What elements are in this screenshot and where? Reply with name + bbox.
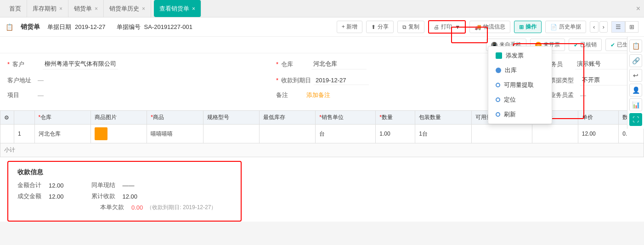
grid-view-button[interactable]: ⊞ bbox=[625, 21, 638, 33]
new-button[interactable]: + 新增 bbox=[337, 21, 362, 33]
sidebar-btn-5[interactable]: 📊 bbox=[629, 98, 642, 111]
add-note-button[interactable]: 添加备注 bbox=[306, 91, 330, 99]
project-field: 项目 — bbox=[7, 91, 276, 99]
customer-field: * 客户 柳州粤港平安气体有限公司 bbox=[7, 59, 276, 69]
tab-history-close[interactable]: × bbox=[142, 6, 145, 12]
copy-button[interactable]: ⧉ 复制 bbox=[397, 21, 424, 33]
sidebar-btn-4[interactable]: 👤 bbox=[629, 84, 642, 97]
owed-group: 本单欠款 0.00 （收款到期日: 2019-12-27） bbox=[100, 203, 216, 211]
due-date-value: 2019-12-27 bbox=[314, 76, 369, 85]
sidebar-btn-2[interactable]: 🔗 bbox=[629, 54, 642, 67]
total-amount-label: 金额合计 bbox=[17, 181, 45, 189]
receipt-title: 收款信息 bbox=[17, 168, 232, 177]
cumulative-label: 累计收款 bbox=[91, 192, 119, 200]
warehouse-value: 河北仓库 bbox=[311, 59, 367, 69]
cumulative-group: 累计收款 12.00 bbox=[91, 192, 138, 200]
tab-sales-history[interactable]: 销货单历史 × bbox=[104, 0, 151, 17]
menu-item-refresh[interactable]: 刷新 bbox=[488, 107, 552, 122]
available-qty-icon bbox=[496, 83, 500, 87]
customer-star: * bbox=[7, 61, 10, 68]
row-unit-price: 12.00 bbox=[578, 125, 619, 143]
effective-icon: ✔ bbox=[610, 42, 615, 48]
history-icon: 📄 bbox=[550, 24, 557, 30]
menu-item-outbound[interactable]: 出库 bbox=[488, 63, 552, 78]
doc-title-area: 📋 销货单 单据日期 2019-12-27 单据编号 SA-20191227-0… bbox=[6, 23, 331, 31]
prev-button[interactable]: ‹ bbox=[590, 21, 598, 33]
print-icon: 🖨 bbox=[434, 24, 439, 30]
col-min-stock: 最低库存 bbox=[259, 111, 315, 125]
row-spec bbox=[203, 125, 259, 143]
no-label: 单据编号 bbox=[117, 23, 141, 31]
sidebar-btn-3[interactable]: ↩ bbox=[629, 69, 642, 82]
receipt-row-3: 本单欠款 0.00 （收款到期日: 2019-12-27） bbox=[17, 203, 232, 211]
doc-meta: 单据日期 2019-12-27 单据编号 SA-20191227-001 bbox=[47, 23, 192, 31]
tab-home[interactable]: 首页 bbox=[4, 0, 27, 17]
sidebar-btn-1[interactable]: 📋 bbox=[629, 40, 642, 52]
project-value: — bbox=[38, 92, 44, 99]
table-row: 1 河北仓库 嘻嘻嘻嘻 台 1.00 1台 12.00 bbox=[0, 125, 644, 143]
print-button[interactable]: 🖨 打印 ▼ bbox=[428, 20, 466, 34]
address-field: 客户地址 — bbox=[7, 76, 276, 85]
operation-dropdown: 添发票 出库 可用量提取 定位 刷新 bbox=[488, 46, 552, 124]
list-view-button[interactable]: ☰ bbox=[611, 21, 625, 33]
due-date-label: 收款到期日 bbox=[281, 76, 311, 85]
col-product: *商品 bbox=[147, 111, 203, 125]
ticket-label: 票据类型 bbox=[550, 76, 577, 85]
doc-toolbar: 📋 销货单 单据日期 2019-12-27 单据编号 SA-20191227-0… bbox=[0, 17, 644, 37]
check-icon: ✔ bbox=[574, 42, 578, 48]
tab-inventory-label: 库存期初 bbox=[33, 5, 56, 13]
logistics-button[interactable]: 🚚 物流信息 bbox=[469, 21, 510, 33]
menu-item-available-qty[interactable]: 可用量提取 bbox=[488, 78, 552, 92]
tab-sales-close[interactable]: × bbox=[95, 6, 98, 12]
row-product-img bbox=[90, 125, 147, 143]
check-btn[interactable]: ✔ 已核销 bbox=[569, 39, 602, 51]
same-order-label: 同单现结 bbox=[91, 181, 119, 189]
total-amount-group: 金额合计 12.00 bbox=[17, 181, 64, 189]
window-close-button[interactable]: × bbox=[636, 5, 640, 13]
outbound-icon bbox=[496, 68, 501, 73]
tab-sales-label: 销货单 bbox=[74, 5, 92, 13]
share-button[interactable]: ⬆ 分享 bbox=[366, 21, 394, 33]
tab-bar: 首页 库存期初 × 销货单 × 销货单历史 × 查看销货单 × × bbox=[0, 0, 644, 17]
sidebar-expand-btn[interactable]: ⛶ bbox=[629, 113, 642, 126]
receipt-row-2: 成交金额 12.00 累计收款 12.00 bbox=[17, 192, 232, 200]
address-value: — bbox=[38, 77, 44, 84]
menu-item-locate[interactable]: 定位 bbox=[488, 92, 552, 107]
date-value: 2019-12-27 bbox=[75, 23, 106, 30]
next-button[interactable]: › bbox=[599, 21, 608, 33]
view-toggle: ☰ ⊞ bbox=[611, 21, 638, 33]
cumulative-value: 12.00 bbox=[123, 193, 138, 200]
tab-view-label: 查看销货单 bbox=[159, 5, 189, 13]
col-unit: *销售单位 bbox=[316, 111, 376, 125]
nav-arrows: ‹ › bbox=[590, 21, 608, 33]
right-sidebar: 📋 🔗 ↩ 👤 📊 ⛶ bbox=[627, 37, 644, 129]
logistics-icon: 🚚 bbox=[475, 24, 481, 30]
row-warehouse: 河北仓库 bbox=[34, 125, 90, 143]
row-no: 1 bbox=[14, 125, 35, 143]
address-label: 客户地址 bbox=[7, 76, 35, 85]
project-label: 项目 bbox=[7, 91, 35, 99]
menu-item-add-invoice[interactable]: 添发票 bbox=[488, 48, 552, 63]
ticket-field: * 票据类型 不开票 bbox=[545, 75, 637, 85]
receipt-info-box: 收款信息 金额合计 12.00 同单现结 —— 成交金额 12.00 累计收款 bbox=[7, 161, 242, 222]
add-invoice-icon bbox=[496, 52, 502, 59]
total-amount-value: 12.00 bbox=[49, 182, 64, 189]
col-settings[interactable]: ⚙ bbox=[0, 111, 14, 125]
transaction-group: 成交金额 12.00 bbox=[17, 192, 64, 200]
history-button[interactable]: 📄 历史单据 bbox=[545, 21, 586, 33]
row-qty: 1.00 bbox=[376, 125, 415, 143]
tab-inventory-start[interactable]: 库存期初 × bbox=[27, 0, 68, 17]
tab-sales-order[interactable]: 销货单 × bbox=[68, 0, 104, 17]
tab-view-sales[interactable]: 查看销货单 × bbox=[154, 0, 201, 17]
tab-inventory-close[interactable]: × bbox=[59, 6, 62, 12]
col-qty: *数量 bbox=[376, 111, 415, 125]
warehouse-label: 仓库 bbox=[281, 60, 309, 68]
staff-value: 演示账号 bbox=[575, 59, 630, 69]
tab-view-close[interactable]: × bbox=[192, 6, 195, 12]
subtotal-cell: 小计 bbox=[0, 143, 644, 157]
staff-field: 业务员 演示账号 bbox=[545, 59, 637, 69]
tab-history-label: 销货单历史 bbox=[109, 5, 139, 13]
print-dropdown-arrow[interactable]: ▼ bbox=[455, 24, 460, 30]
col-warehouse: *仓库 bbox=[34, 111, 90, 125]
operation-button[interactable]: ⊞ 操作 bbox=[514, 21, 542, 33]
